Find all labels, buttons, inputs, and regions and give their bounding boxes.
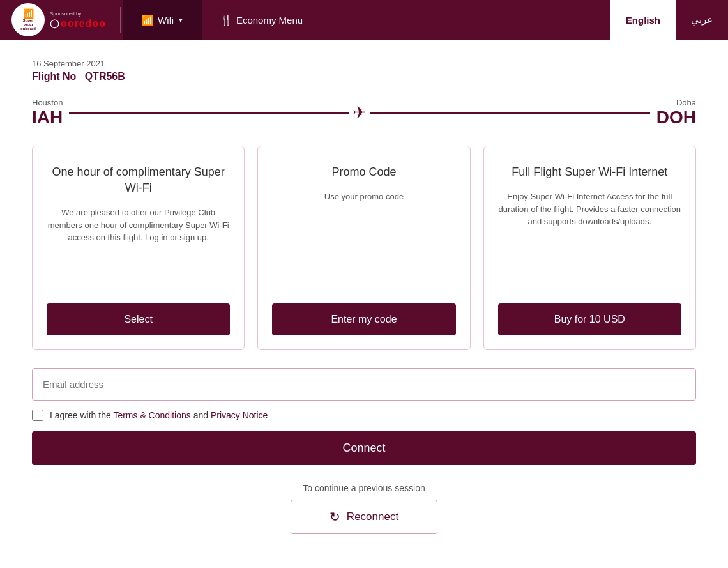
card-complimentary-desc: We are pleased to offer our Privilege Cl… (47, 206, 230, 288)
dest-city-name: Doha (676, 98, 696, 107)
nav-wifi[interactable]: 📶 Wifi ▼ (123, 0, 202, 40)
card-promo: Promo Code Use your promo code Enter my … (257, 146, 470, 350)
reconnect-label: To continue a previous session (303, 483, 425, 493)
privacy-notice-link[interactable]: Privacy Notice (211, 410, 268, 420)
nav-wifi-label: Wifi (158, 15, 174, 26)
terms-prefix: I agree with the (50, 410, 113, 420)
ooredoo-text: ◯ ooredoo (50, 18, 106, 29)
terms-and: and (191, 410, 211, 420)
flight-date: 16 September 2021 (32, 59, 696, 68)
header: 📶 SuperWi-Fionboard Sponsored by ◯ oored… (0, 0, 728, 40)
wifi-logo: 📶 SuperWi-Fionboard (11, 3, 45, 36)
terms-conditions-link[interactable]: Terms & Conditions (113, 410, 190, 420)
origin-city-name: Houston (32, 98, 63, 107)
dest-city-code: DOH (656, 107, 696, 128)
fork-knife-icon: 🍴 (220, 14, 232, 26)
buy-button[interactable]: Buy for 10 USD (498, 303, 681, 335)
ooredoo-logo: ◯ ooredoo (50, 18, 106, 29)
card-full-flight-desc: Enjoy Super Wi-Fi Internet Access for th… (498, 190, 681, 288)
route-line-left (69, 112, 349, 114)
language-switcher: English عربي (610, 0, 728, 40)
card-promo-desc: Use your promo code (324, 190, 404, 288)
card-complimentary: One hour of complimentary Super Wi-Fi We… (32, 146, 245, 350)
reconnect-button[interactable]: ↻ Reconnect (291, 500, 437, 534)
wifi-nav-icon: 📶 (141, 14, 154, 26)
wifi-dropdown-icon: ▼ (178, 17, 184, 24)
dest-city: Doha DOH (656, 98, 696, 128)
route-display: Houston IAH ✈ Doha DOH (32, 98, 696, 128)
reconnect-icon: ↻ (330, 509, 340, 525)
nav-economy-label: Economy Menu (236, 15, 303, 26)
sponsored-text: Sponsored by (50, 11, 81, 17)
wifi-arc-icon: 📶 (23, 8, 34, 19)
flight-no-label: Flight No (32, 71, 76, 82)
main-nav: 📶 Wifi ▼ 🍴 Economy Menu (123, 0, 610, 40)
origin-city: Houston IAH (32, 98, 63, 128)
email-input-wrapper (32, 368, 696, 401)
connect-button[interactable]: Connect (32, 431, 696, 465)
lang-arabic-btn[interactable]: عربي (676, 0, 728, 40)
logo-area: 📶 SuperWi-Fionboard Sponsored by ◯ oored… (0, 0, 118, 40)
route-line-right (370, 112, 650, 114)
terms-row: I agree with the Terms & Conditions and … (32, 410, 696, 421)
card-full-flight-title: Full Flight Super Wi-Fi Internet (512, 164, 667, 180)
select-button[interactable]: Select (47, 303, 230, 335)
offer-cards: One hour of complimentary Super Wi-Fi We… (32, 146, 696, 350)
logo-text: SuperWi-Fionboard (20, 19, 36, 31)
flight-number-row: Flight No QTR56B (32, 71, 696, 82)
route-line: ✈ (69, 103, 649, 123)
main-content: 16 September 2021 Flight No QTR56B Houst… (0, 40, 728, 560)
email-field[interactable] (33, 369, 695, 400)
flight-no-value: QTR56B (85, 71, 125, 82)
origin-city-code: IAH (32, 107, 63, 128)
nav-economy-menu[interactable]: 🍴 Economy Menu (202, 0, 321, 40)
terms-checkbox[interactable] (32, 410, 43, 421)
card-complimentary-title: One hour of complimentary Super Wi-Fi (47, 164, 230, 196)
plane-icon: ✈ (353, 103, 367, 123)
flight-info: 16 September 2021 Flight No QTR56B (32, 59, 696, 82)
enter-code-button[interactable]: Enter my code (272, 303, 455, 335)
lang-english-btn[interactable]: English (610, 0, 676, 40)
header-divider (120, 7, 121, 33)
card-promo-title: Promo Code (331, 164, 396, 180)
sponsored-section: Sponsored by ◯ ooredoo (50, 11, 106, 29)
reconnect-btn-label: Reconnect (347, 510, 398, 523)
card-full-flight: Full Flight Super Wi-Fi Internet Enjoy S… (483, 146, 696, 350)
terms-text: I agree with the Terms & Conditions and … (50, 410, 268, 420)
reconnect-section: To continue a previous session ↻ Reconne… (32, 483, 696, 534)
